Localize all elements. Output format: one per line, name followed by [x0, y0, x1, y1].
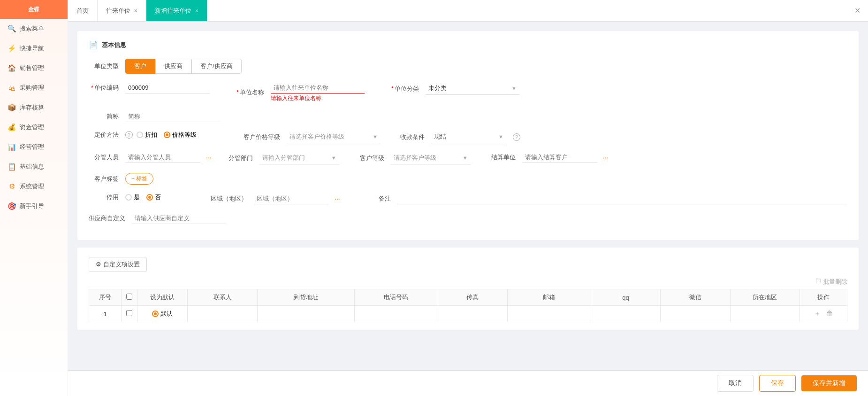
- manager-ellipsis-button[interactable]: ···: [204, 154, 213, 161]
- sidebar-item-purchase[interactable]: 🛍 采购管理: [0, 78, 68, 98]
- contact-input[interactable]: [204, 311, 241, 318]
- close-new-partner-tab-button[interactable]: ×: [195, 8, 198, 14]
- default-label: 默认: [160, 310, 173, 318]
- unit-type-both-button[interactable]: 客户/供应商: [191, 59, 242, 74]
- disabled-no-radio[interactable]: 否: [146, 193, 161, 202]
- discount-label: 折扣: [145, 131, 157, 139]
- unit-category-select[interactable]: 未分类 ▼: [426, 82, 519, 95]
- disabled-yes-radio[interactable]: 是: [125, 193, 140, 202]
- table-row: 1 默认: [89, 306, 847, 322]
- disabled-no-label: 否: [155, 193, 161, 202]
- pricing-method-help-icon[interactable]: ?: [125, 131, 133, 139]
- payment-terms-help-icon[interactable]: ?: [513, 133, 520, 141]
- short-name-input[interactable]: [125, 111, 219, 122]
- phone-input[interactable]: [373, 311, 419, 318]
- unit-code-label: *单位编码: [89, 84, 122, 92]
- region-ellipsis-button[interactable]: ···: [333, 195, 342, 202]
- delete-row-button[interactable]: 🗑: [824, 309, 835, 318]
- tab-partners[interactable]: 往来单位 ×: [98, 0, 146, 21]
- price-level-label: 价格等级: [172, 131, 197, 139]
- cancel-button[interactable]: 取消: [717, 375, 754, 392]
- customer-tag-label: 客户标签: [89, 175, 122, 183]
- row-phone: [354, 306, 438, 322]
- sidebar-item-label: 资金管理: [20, 123, 44, 132]
- settlement-unit-input[interactable]: [522, 152, 597, 163]
- close-partners-tab-button[interactable]: ×: [134, 8, 137, 14]
- department-field: 分管部门 请输入分管部门 ▼: [223, 152, 345, 164]
- wechat-input[interactable]: [677, 311, 714, 318]
- customer-level-field: 客户等级 请选择客户等级 ▼: [354, 152, 476, 164]
- row-checkbox[interactable]: [126, 310, 132, 316]
- unit-type-row: 单位类型 客户 供应商 客户/供应商: [89, 59, 847, 74]
- save-button[interactable]: 保存: [759, 375, 796, 392]
- row-default-radio[interactable]: 默认: [142, 310, 183, 318]
- pricing-discount-radio[interactable]: 折扣: [137, 131, 157, 139]
- customer-level-select[interactable]: 请选择客户等级 ▼: [391, 152, 471, 164]
- close-all-tabs-button[interactable]: ✕: [847, 0, 868, 21]
- pricing-method-field: 定价方法 ? 折扣 价格等级: [89, 131, 229, 139]
- unit-type-supplier-button[interactable]: 供应商: [155, 59, 191, 74]
- col-wechat: 微信: [661, 289, 730, 306]
- sidebar-item-inventory[interactable]: 📦 库存核算: [0, 98, 68, 117]
- sidebar-item-sales[interactable]: 🏠 销售管理: [0, 58, 68, 78]
- fax-input[interactable]: [454, 311, 491, 318]
- unit-category-value: 未分类: [428, 84, 511, 93]
- batch-delete-button[interactable]: 批量删除: [823, 278, 847, 286]
- pricing-level-radio[interactable]: 价格等级: [164, 131, 197, 139]
- qq-input[interactable]: [607, 311, 645, 318]
- unit-type-field: 单位类型 客户 供应商 客户/供应商: [89, 59, 847, 74]
- row-region: [730, 306, 799, 322]
- row-index: 1: [89, 306, 122, 322]
- email-input[interactable]: [525, 311, 572, 318]
- action-bar: 取消 保存 保存并新增: [68, 370, 868, 396]
- sidebar-item-search[interactable]: 🔍 搜索菜单: [0, 19, 68, 39]
- unit-name-error-tip: 请输入往来单位名称: [271, 94, 365, 102]
- region-field: 区域（地区） ···: [211, 193, 342, 204]
- settlement-unit-ellipsis-button[interactable]: ···: [601, 154, 610, 161]
- tab-partners-label: 往来单位: [106, 7, 130, 15]
- sidebar-item-quick-nav[interactable]: ⚡ 快捷导航: [0, 39, 68, 58]
- unit-name-field: *单位名称 请输入往来单位名称: [234, 82, 375, 102]
- price-level-radio-circle: [164, 132, 170, 138]
- remark-label: 备注: [361, 194, 394, 203]
- payment-terms-select[interactable]: 现结 ▼: [431, 131, 506, 143]
- row-region-input[interactable]: [746, 311, 784, 318]
- tab-home[interactable]: 首页: [68, 0, 98, 21]
- sidebar-item-basic-info[interactable]: 📋 基础信息: [0, 157, 68, 177]
- settlement-unit-label: 结算单位: [486, 153, 518, 162]
- add-tag-button[interactable]: + 标签: [125, 173, 153, 185]
- add-row-button[interactable]: ＋: [812, 309, 822, 319]
- disabled-yes-radio-circle: [125, 194, 132, 201]
- unit-type-customer-button[interactable]: 客户: [125, 59, 155, 74]
- region-label: 区域（地区）: [211, 194, 250, 203]
- sidebar-item-guide[interactable]: 🎯 新手引导: [0, 196, 68, 216]
- tab-new-partner-label: 新增往来单位: [155, 7, 191, 15]
- department-select[interactable]: 请输入分管部门 ▼: [259, 152, 339, 164]
- unit-code-input[interactable]: [125, 82, 210, 93]
- select-all-checkbox[interactable]: [126, 294, 132, 300]
- custom-settings-button[interactable]: ⚙ 自定义项设置: [89, 257, 147, 272]
- remark-input[interactable]: [397, 193, 847, 204]
- basic-info-card: 📄 基本信息 单位类型 客户 供应商 客户/供应商 *单位编码: [77, 31, 859, 240]
- col-address: 到货地址: [257, 289, 354, 306]
- sidebar-item-system[interactable]: ⚙ 系统管理: [0, 177, 68, 196]
- row-default: 默认: [137, 306, 188, 322]
- row-checkbox-cell: [122, 306, 137, 322]
- tab-new-partner[interactable]: 新增往来单位 ×: [146, 0, 207, 21]
- customer-price-level-select[interactable]: 请选择客户价格等级 ▼: [287, 131, 381, 143]
- sidebar-item-operations[interactable]: 📊 经营管理: [0, 137, 68, 157]
- unit-name-input[interactable]: [271, 82, 365, 93]
- department-label: 分管部门: [223, 154, 256, 163]
- customer-tag-field: 客户标签 + 标签: [89, 173, 847, 185]
- manager-input[interactable]: [125, 152, 200, 163]
- default-radio-circle: [152, 311, 159, 317]
- col-index: 序号: [89, 289, 122, 306]
- sidebar-item-finance[interactable]: 💰 资金管理: [0, 117, 68, 137]
- supplier-custom-input[interactable]: [132, 213, 226, 224]
- save-and-new-button[interactable]: 保存并新增: [801, 375, 857, 391]
- region-input[interactable]: [254, 193, 329, 204]
- sidebar-item-label: 新手引导: [20, 202, 44, 210]
- address-input[interactable]: [278, 311, 334, 318]
- col-action: 操作: [800, 289, 847, 306]
- lightning-icon: ⚡: [8, 44, 16, 53]
